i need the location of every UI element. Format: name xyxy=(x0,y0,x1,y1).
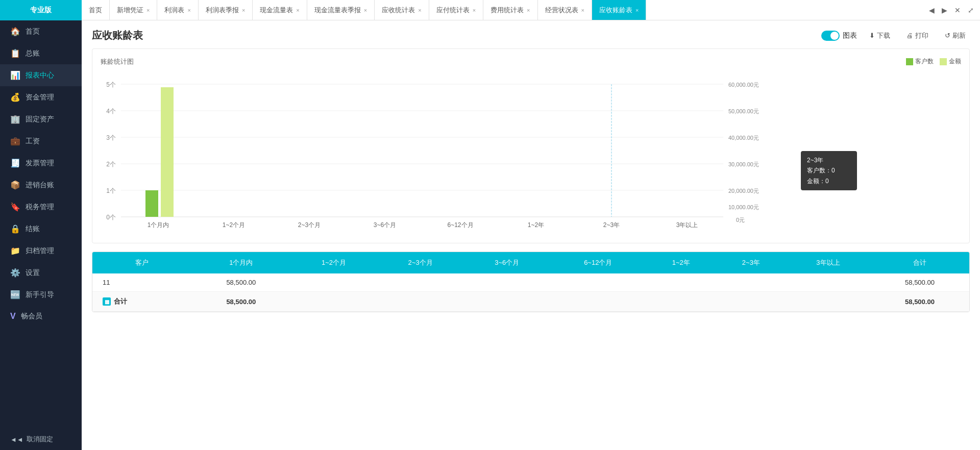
tab-close-icon[interactable]: × xyxy=(473,7,476,13)
tab-aging[interactable]: 应收账龄表 × xyxy=(592,0,646,20)
guide-icon: 🆕 xyxy=(10,290,20,299)
tab-close-icon[interactable]: × xyxy=(581,7,584,13)
total-1m: 58,500.00 xyxy=(191,292,290,312)
page-content: 应收账龄表 图表 ⬇ 下载 🖨 打印 ↺ 刷新 xyxy=(82,20,980,450)
tab-expense-stat[interactable]: 费用统计表 × xyxy=(483,0,537,20)
sidebar-item-label: 首页 xyxy=(26,27,40,36)
tab-fullscreen-button[interactable]: ⤢ xyxy=(966,5,976,15)
tab-label: 利润表季报 xyxy=(206,6,239,15)
data-table: 客户 1个月内 1~2个月 2~3个月 3~6个月 6~12个月 1~2年 2~… xyxy=(92,252,970,312)
sidebar-item-inventory[interactable]: 📦 进销台账 xyxy=(0,174,82,196)
sidebar-item-assets[interactable]: 🏢 固定资产 xyxy=(0,108,82,130)
tab-label: 应收统计表 xyxy=(382,6,415,15)
sidebar-item-invoice[interactable]: 🧾 发票管理 xyxy=(0,152,82,174)
svg-text:5个: 5个 xyxy=(106,81,116,88)
print-button[interactable]: 🖨 打印 xyxy=(902,29,933,42)
svg-text:60,000.00元: 60,000.00元 xyxy=(728,82,759,88)
total-3y-plus xyxy=(786,292,870,312)
refresh-button[interactable]: ↺ 刷新 xyxy=(941,29,970,42)
tab-profit[interactable]: 利润表 × xyxy=(157,0,198,20)
tab-close-all-button[interactable]: ✕ xyxy=(952,5,963,15)
cell-1m: 58,500.00 xyxy=(191,273,290,292)
svg-text:4个: 4个 xyxy=(106,108,116,115)
tab-receivable-stat[interactable]: 应收统计表 × xyxy=(375,0,429,20)
tab-cashflow-quarter[interactable]: 现金流量表季报 × xyxy=(307,0,375,20)
sidebar-item-guide[interactable]: 🆕 新手引导 xyxy=(0,284,82,306)
tab-voucher[interactable]: 新增凭证 × xyxy=(110,0,157,20)
chart-toggle-group: 图表 xyxy=(821,31,857,41)
refresh-label: 刷新 xyxy=(952,31,966,40)
ledger-icon: 📋 xyxy=(10,48,20,58)
download-icon: ⬇ xyxy=(869,32,875,39)
sidebar-item-label: 固定资产 xyxy=(26,115,54,124)
cell-3y-plus xyxy=(786,273,870,292)
chart-toggle[interactable] xyxy=(821,31,840,41)
tab-bar: 首页 新增凭证 × 利润表 × 利润表季报 × 现金流量表 × 现金流量表季报 … xyxy=(82,0,980,20)
sidebar-pin-toggle[interactable]: ◄◄ 取消固定 xyxy=(0,429,82,450)
table-row: 11 58,500.00 58,500.00 xyxy=(92,273,969,292)
svg-rect-0 xyxy=(906,58,913,65)
tab-controls: ◀ ▶ ✕ ⤢ xyxy=(923,5,980,15)
sidebar-item-label: 税务管理 xyxy=(26,203,54,212)
tab-business-stat[interactable]: 经营状况表 × xyxy=(538,0,592,20)
col-header-1m: 1个月内 xyxy=(191,252,290,273)
print-label: 打印 xyxy=(915,31,928,40)
tab-close-icon[interactable]: × xyxy=(635,7,639,13)
table-header-row: 客户 1个月内 1~2个月 2~3个月 3~6个月 6~12个月 1~2年 2~… xyxy=(92,252,969,273)
svg-text:20,000.00元: 20,000.00元 xyxy=(728,188,759,194)
col-header-1-2m: 1~2个月 xyxy=(290,252,377,273)
tab-close-icon[interactable]: × xyxy=(146,7,150,13)
tab-next-button[interactable]: ▶ xyxy=(940,5,949,15)
tab-label: 首页 xyxy=(89,6,102,15)
tab-cashflow[interactable]: 现金流量表 × xyxy=(253,0,307,20)
sidebar-item-archive[interactable]: 📁 归档管理 xyxy=(0,240,82,262)
sidebar-item-settings[interactable]: ⚙️ 设置 xyxy=(0,262,82,284)
total-2-3y xyxy=(716,292,786,312)
col-header-2-3y: 2~3年 xyxy=(716,252,786,273)
sidebar-item-funds[interactable]: 💰 资金管理 xyxy=(0,86,82,108)
settings-icon: ⚙️ xyxy=(10,268,20,278)
invoice-icon: 🧾 xyxy=(10,158,20,168)
sidebar-item-member[interactable]: V 畅会员 xyxy=(0,306,82,327)
sidebar-item-ledger[interactable]: 📋 总账 xyxy=(0,42,82,64)
col-header-3-6m: 3~6个月 xyxy=(463,252,550,273)
page-title: 应收账龄表 xyxy=(92,29,143,42)
tab-profit-quarter[interactable]: 利润表季报 × xyxy=(199,0,253,20)
tab-close-icon[interactable]: × xyxy=(242,7,245,13)
sidebar-item-label: 工资 xyxy=(26,137,40,146)
sidebar-item-label: 资金管理 xyxy=(26,93,54,102)
svg-rect-1 xyxy=(940,58,947,65)
tab-prev-button[interactable]: ◀ xyxy=(927,5,937,15)
total-label-text: 合计 xyxy=(114,297,127,306)
download-button[interactable]: ⬇ 下载 xyxy=(865,29,894,42)
total-total: 58,500.00 xyxy=(870,292,969,312)
tab-close-icon[interactable]: × xyxy=(418,7,421,13)
tab-bar-inner: 首页 新增凭证 × 利润表 × 利润表季报 × 现金流量表 × 现金流量表季报 … xyxy=(82,0,923,20)
sidebar-item-close[interactable]: 🔒 结账 xyxy=(0,218,82,240)
tab-home[interactable]: 首页 xyxy=(82,0,110,20)
funds-icon: 💰 xyxy=(10,92,20,102)
sidebar-item-reports[interactable]: 📊 报表中心 xyxy=(0,64,82,86)
svg-text:1~2年: 1~2年 xyxy=(528,221,544,229)
legend-customers-icon xyxy=(906,58,913,65)
total-3-6m xyxy=(463,292,550,312)
chart-svg: 5个 4个 3个 2个 1个 0个 60,000.00元 50,000.00元 … xyxy=(101,71,961,235)
tab-close-icon[interactable]: × xyxy=(364,7,367,13)
sidebar-item-label: 畅会员 xyxy=(21,312,42,321)
cell-1-2y xyxy=(646,273,716,292)
page-actions: 图表 ⬇ 下载 🖨 打印 ↺ 刷新 xyxy=(821,29,970,42)
table-total-row: ▦ 合计 58,500.00 58,500.00 xyxy=(92,292,969,312)
tab-close-icon[interactable]: × xyxy=(296,7,299,13)
sidebar-item-salary[interactable]: 💼 工资 xyxy=(0,130,82,152)
svg-text:2个: 2个 xyxy=(106,161,116,168)
col-header-2-3m: 2~3个月 xyxy=(377,252,464,273)
cell-total: 58,500.00 xyxy=(870,273,969,292)
legend-amount-label: 金额 xyxy=(949,57,961,66)
tab-close-icon[interactable]: × xyxy=(527,7,530,13)
total-icon: ▦ xyxy=(103,297,111,306)
tab-close-icon[interactable]: × xyxy=(187,7,190,13)
sidebar-item-tax[interactable]: 🔖 税务管理 xyxy=(0,196,82,218)
sidebar-item-home[interactable]: 🏠 首页 xyxy=(0,20,82,42)
tab-payable-stat[interactable]: 应付统计表 × xyxy=(429,0,483,20)
assets-icon: 🏢 xyxy=(10,114,20,124)
